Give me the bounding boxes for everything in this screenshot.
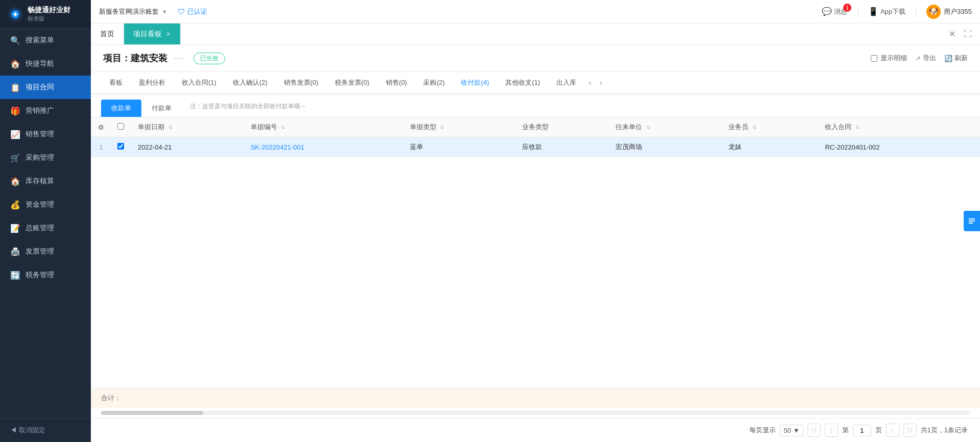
table-number-header[interactable]: 单据编号 ⇅ — [244, 117, 404, 137]
scrollbar-thumb[interactable] — [101, 411, 203, 415]
data-table: ⚙ 单据日期 ⇅ 单据编号 ⇅ 单据类型 ⇅ — [91, 117, 980, 157]
per-page-dropdown-icon: ▼ — [793, 427, 800, 434]
project-icon: 📋 — [10, 82, 20, 92]
sidebar-item-tax[interactable]: 🔄 税务管理 — [0, 263, 91, 287]
inner-tab-note: 注：这里是与项目关联的全部收付款单哦～ — [190, 102, 306, 115]
messages-button[interactable]: 💬 消息 1 — [822, 7, 847, 16]
sidebar-unpin-button[interactable]: ◀ 取消固定 — [0, 418, 91, 442]
sidebar-item-quick-nav[interactable]: 🏠 快捷导航 — [0, 52, 91, 76]
table-checkbox-header[interactable] — [111, 117, 132, 137]
partner-sort-icon: ⇅ — [646, 125, 650, 130]
last-page-button[interactable]: ⟩⟩ — [903, 424, 917, 437]
sidebar-item-invoice[interactable]: 🖨️ 发票管理 — [0, 240, 91, 263]
table-biz-type-header: 业务类型 — [516, 117, 609, 137]
sub-tab-sales[interactable]: 销售(0) — [378, 72, 415, 94]
sub-tab-other-income[interactable]: 其他收支(1) — [497, 72, 548, 94]
table-footer: 合计： — [91, 388, 980, 408]
tab-home[interactable]: 首页 — [91, 23, 124, 44]
table-row[interactable]: 1 2022-04-21 SK-20220421-001 蓝单 应收款 宏茂商场… — [91, 137, 980, 157]
horizontal-scrollbar[interactable] — [101, 411, 970, 415]
table-contract-header[interactable]: 收入合同 ⇅ — [819, 117, 980, 137]
scrollbar-area — [91, 408, 980, 418]
sidebar-item-marketing[interactable]: 🎁 营销推广 — [0, 99, 91, 122]
table-partner-header[interactable]: 往来单位 ⇅ — [609, 117, 722, 137]
user-menu[interactable]: 🐶 用户3355 — [926, 5, 972, 19]
table-settings-header[interactable]: ⚙ — [91, 117, 111, 137]
shield-icon: 🛡 — [178, 7, 185, 16]
sidebar-item-ledger[interactable]: 📝 总账管理 — [0, 216, 91, 240]
table-type-header[interactable]: 单据类型 ⇅ — [404, 117, 517, 137]
sidebar-label-project: 项目合同 — [26, 83, 54, 92]
sub-tab-purchase[interactable]: 采购(2) — [415, 72, 453, 94]
row-number-link[interactable]: SK-20220421-001 — [251, 143, 305, 151]
select-all-checkbox[interactable] — [117, 123, 124, 130]
sidebar-item-capital[interactable]: 💰 资金管理 — [0, 193, 91, 216]
per-page-select[interactable]: 50 ▼ — [780, 425, 803, 436]
table-date-header[interactable]: 单据日期 ⇅ — [132, 117, 244, 137]
sidebar-item-sales[interactable]: 📈 销售管理 — [0, 122, 91, 146]
sub-tab-tax-invoice[interactable]: 税务发票(0) — [327, 72, 378, 94]
user-name: 用户3355 — [944, 7, 972, 16]
sidebar-item-project-contract[interactable]: 📋 项目合同 — [0, 76, 91, 99]
page-input[interactable] — [853, 425, 871, 436]
sidebar-footer-label: ◀ 取消固定 — [10, 426, 45, 435]
account-name: 新服务官网演示账套 — [99, 7, 159, 16]
refresh-icon: 🔄 — [944, 55, 952, 62]
show-detail-checkbox[interactable]: 显示明细 — [871, 54, 907, 63]
pagination: 每页显示 50 ▼ ⟨⟨ ⟨ 第 页 ⟩ ⟩⟩ 共1页，1条记录 — [91, 418, 980, 442]
topbar-right: 💬 消息 1 📱 App下载 🐶 用户3355 — [822, 5, 972, 19]
float-action-button[interactable] — [964, 211, 980, 231]
svg-rect-3 — [969, 220, 975, 222]
logo-title: 畅捷通好业财 — [28, 6, 70, 15]
app-download-button[interactable]: 📱 App下载 — [868, 7, 905, 16]
tab-project-board[interactable]: 项目看板 ✕ — [124, 23, 181, 44]
sidebar-item-search[interactable]: 🔍 搜索菜单 — [0, 29, 91, 52]
ledger-icon: 📝 — [10, 223, 20, 233]
sub-tab-income-contract[interactable]: 收入合同(1) — [174, 72, 225, 94]
row-contract: RC-20220401-002 — [819, 137, 980, 157]
account-selector[interactable]: 新服务官网演示账套 ▼ — [99, 7, 167, 16]
sub-tabs-prev-icon[interactable]: ‹ — [584, 75, 595, 90]
purchase-icon: 🛒 — [10, 153, 20, 163]
sidebar-logo: 畅捷通好业财 标准版 — [0, 0, 91, 29]
sidebar-item-inventory[interactable]: 🏠 库存核算 — [0, 169, 91, 193]
refresh-button[interactable]: 🔄 刷新 — [944, 54, 968, 63]
sub-tab-profit[interactable]: 盈利分析 — [131, 72, 174, 94]
logo-subtitle: 标准版 — [28, 15, 70, 22]
sub-tabs-next-icon[interactable]: › — [595, 75, 606, 90]
gift-icon: 🎁 — [10, 106, 20, 116]
row-select-checkbox[interactable] — [117, 143, 124, 150]
sidebar-item-purchase[interactable]: 🛒 采购管理 — [0, 146, 91, 169]
show-detail-label: 显示明细 — [880, 54, 907, 63]
row-number[interactable]: SK-20220421-001 — [244, 137, 404, 157]
show-detail-input[interactable] — [871, 55, 877, 62]
float-icon — [968, 217, 976, 225]
search-icon: 🔍 — [10, 35, 20, 45]
row-checkbox[interactable] — [111, 137, 132, 157]
date-sort-icon: ⇅ — [168, 125, 173, 130]
export-button[interactable]: ↗ 导出 — [915, 54, 936, 63]
next-page-button[interactable]: ⟩ — [886, 424, 899, 437]
inner-tab-payment[interactable]: 付款单 — [141, 100, 182, 117]
sub-tab-sales-invoice[interactable]: 销售发票(0) — [276, 72, 327, 94]
sub-tab-in-out[interactable]: 出入库 — [548, 72, 584, 94]
refresh-label: 刷新 — [954, 54, 968, 63]
tab-maximize-button[interactable]: ⛶ — [962, 28, 974, 41]
tab-close-window-button[interactable]: ✕ — [947, 27, 958, 41]
messages-badge: 1 — [843, 4, 851, 12]
sub-tab-kanban[interactable]: 看板 — [101, 72, 131, 94]
phone-icon: 📱 — [868, 7, 878, 16]
message-icon: 💬 — [822, 7, 832, 16]
table-salesperson-header[interactable]: 业务员 ⇅ — [722, 117, 819, 137]
first-page-button[interactable]: ⟨⟨ — [807, 424, 821, 437]
project-more-button[interactable]: ··· — [175, 53, 185, 64]
tab-close-icon[interactable]: ✕ — [166, 31, 171, 38]
sub-tab-receipt[interactable]: 收付款(4) — [453, 72, 497, 94]
topbar: 新服务官网演示账套 ▼ 🛡 已认证 💬 消息 1 📱 App下载 🐶 用户335… — [91, 0, 980, 23]
export-label: 导出 — [923, 54, 936, 63]
sub-tab-income-confirm[interactable]: 收入确认(2) — [225, 72, 276, 94]
prev-page-button[interactable]: ⟨ — [825, 424, 838, 437]
tabbar-end: ✕ ⛶ — [941, 27, 980, 41]
page-suffix: 页 — [875, 426, 882, 435]
inner-tab-receipt[interactable]: 收款单 — [101, 100, 141, 117]
